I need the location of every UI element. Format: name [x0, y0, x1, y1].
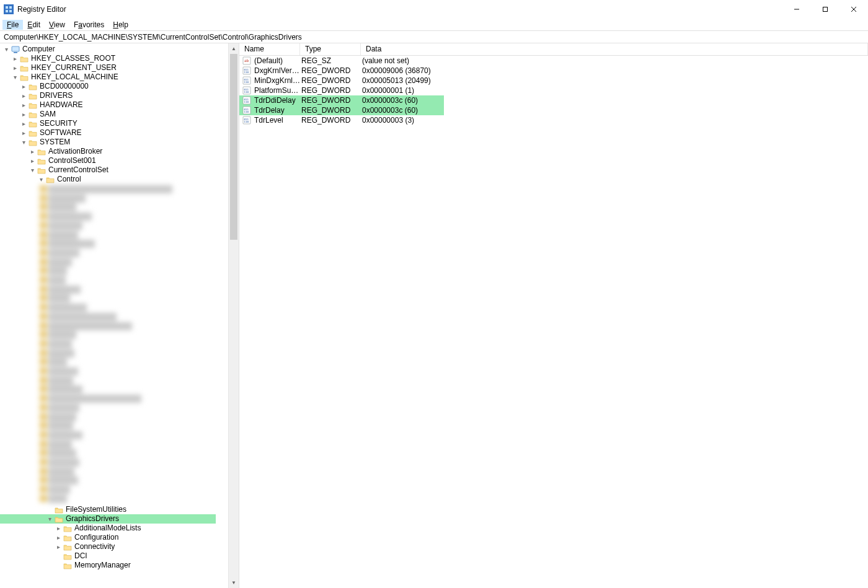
folder-icon: [37, 166, 46, 175]
menu-edit[interactable]: Edit: [23, 20, 45, 30]
chevron-right-icon[interactable]: ▸: [20, 111, 27, 118]
address-bar[interactable]: Computer\HKEY_LOCAL_MACHINE\SYSTEM\Curre…: [0, 31, 868, 43]
chevron-down-icon[interactable]: ▾: [20, 139, 27, 146]
menu-favorites[interactable]: Favorites: [69, 20, 108, 30]
tree-label: Connectivity: [74, 542, 118, 551]
chevron-down-icon[interactable]: ▾: [37, 176, 45, 183]
close-button[interactable]: [839, 0, 868, 19]
tree-node-graphicsdrivers[interactable]: ▾ GraphicsDrivers: [0, 514, 216, 524]
value-row[interactable]: TdrDelayREG_DWORD0x0000003c (60): [239, 105, 444, 115]
tree-node-hardware[interactable]: ▸ HARDWARE: [0, 100, 228, 110]
menu-help[interactable]: Help: [108, 20, 133, 30]
value-data: 0x0000003c (60): [362, 106, 444, 115]
value-name: TdrDelay: [254, 106, 301, 115]
chevron-down-icon[interactable]: ▾: [29, 167, 36, 174]
tree-node-hkcr[interactable]: ▸ HKEY_CLASSES_ROOT: [0, 54, 228, 63]
chevron-down-icon[interactable]: ▾: [11, 74, 19, 81]
column-data-header[interactable]: Data: [361, 43, 868, 55]
menu-file[interactable]: File: [2, 20, 23, 30]
scroll-down-icon[interactable]: ▼: [229, 577, 239, 588]
tree-node-filesystemutilities[interactable]: ▸ FileSystemUtilities: [0, 505, 228, 514]
tree-node-bcd[interactable]: ▸ BCD00000000: [0, 82, 228, 91]
tree-node-hkcu[interactable]: ▸ HKEY_CURRENT_USER: [0, 63, 228, 72]
tree-node-activationbroker[interactable]: ▸ ActivationBroker: [0, 147, 228, 156]
chevron-right-icon[interactable]: ▸: [20, 129, 27, 137]
folder-icon: [28, 120, 38, 128]
tree-node-controlset001[interactable]: ▸ ControlSet001: [0, 156, 228, 165]
value-row[interactable]: PlatformSupport...REG_DWORD0x00000001 (1…: [239, 86, 868, 95]
value-row[interactable]: TdrDdiDelayREG_DWORD0x0000003c (60): [239, 95, 444, 105]
tree-node-sam[interactable]: ▸ SAM: [0, 110, 228, 119]
value-type: REG_DWORD: [301, 76, 362, 85]
chevron-right-icon[interactable]: ▸: [55, 525, 62, 532]
values-body[interactable]: (Default)REG_SZ(value not set)DxgKrnlVer…: [239, 56, 868, 588]
tree-node-software[interactable]: ▸ SOFTWARE: [0, 128, 228, 138]
reg-dword-icon: [242, 66, 252, 75]
scroll-thumb[interactable]: [230, 54, 237, 240]
minimize-button[interactable]: [782, 0, 811, 19]
chevron-right-icon[interactable]: ▸: [20, 92, 27, 100]
chevron-right-icon[interactable]: ▸: [11, 64, 19, 72]
chevron-right-icon[interactable]: ▸: [29, 148, 36, 156]
tree-label: SOFTWARE: [40, 128, 86, 138]
folder-icon: [28, 110, 38, 119]
chevron-down-icon[interactable]: ▾: [2, 46, 10, 53]
value-row[interactable]: DxgKrnlVersionREG_DWORD0x00009006 (36870…: [239, 66, 868, 76]
value-type: REG_DWORD: [301, 86, 362, 95]
value-name: TdrLevel: [254, 116, 301, 125]
tree-label: GraphicsDrivers: [66, 514, 123, 524]
tree-label: DRIVERS: [40, 91, 76, 100]
value-name: TdrDdiDelay: [254, 96, 301, 105]
tree-label: Control: [57, 175, 85, 184]
tree-node-additionalmodelists[interactable]: ▸ AdditionalModeLists: [0, 524, 228, 533]
folder-icon: [63, 524, 73, 533]
computer-icon: [11, 45, 20, 54]
tree-label: SECURITY: [40, 119, 81, 128]
menubar: File Edit View Favorites Help: [0, 19, 868, 31]
tree-scrollbar[interactable]: ▲ ▼: [228, 43, 239, 588]
tree-node-dci[interactable]: ▸ DCI: [0, 551, 228, 561]
tree-node-memorymanager[interactable]: ▸ MemoryManager: [0, 561, 228, 570]
chevron-right-icon[interactable]: ▸: [55, 534, 62, 542]
scroll-up-icon[interactable]: ▲: [229, 43, 239, 54]
tree-label: HKEY_CLASSES_ROOT: [31, 54, 119, 63]
tree-label: MemoryManager: [74, 561, 135, 570]
column-type-header[interactable]: Type: [300, 43, 361, 55]
value-data: 0x00000003 (3): [362, 116, 868, 125]
tree-node-system[interactable]: ▾ SYSTEM: [0, 138, 228, 147]
tree-node-currentcontrolset[interactable]: ▾ CurrentControlSet: [0, 165, 228, 175]
tree-node-hklm[interactable]: ▾ HKEY_LOCAL_MACHINE: [0, 72, 228, 82]
tree-node-computer[interactable]: ▾ Computer: [0, 45, 228, 54]
value-row[interactable]: TdrLevelREG_DWORD0x00000003 (3): [239, 115, 868, 125]
chevron-right-icon[interactable]: ▸: [55, 543, 62, 551]
tree-label: SYSTEM: [40, 138, 74, 147]
value-data: (value not set): [362, 56, 868, 65]
tree-node-drivers[interactable]: ▸ DRIVERS: [0, 91, 228, 100]
column-name-header[interactable]: Name: [239, 43, 300, 55]
values-header: Name Type Data: [239, 43, 868, 56]
tree-node-security[interactable]: ▸ SECURITY: [0, 119, 228, 128]
value-row[interactable]: (Default)REG_SZ(value not set): [239, 56, 868, 66]
chevron-down-icon[interactable]: ▾: [46, 516, 53, 523]
value-type: REG_DWORD: [301, 66, 362, 75]
chevron-right-icon[interactable]: ▸: [29, 157, 36, 165]
reg-dword-icon: [242, 116, 252, 125]
menu-view[interactable]: View: [45, 20, 69, 30]
folder-icon: [37, 147, 46, 156]
tree-node-connectivity[interactable]: ▸ Connectivity: [0, 542, 228, 551]
tree-label: HKEY_CURRENT_USER: [31, 63, 120, 72]
values-panel: Name Type Data (Default)REG_SZ(value not…: [239, 43, 868, 588]
maximize-button[interactable]: [811, 0, 839, 19]
app-icon: [4, 4, 14, 14]
tree-node-control[interactable]: ▾ Control: [0, 175, 228, 184]
folder-icon: [54, 506, 64, 514]
chevron-right-icon[interactable]: ▸: [20, 120, 27, 128]
tree-node-configuration[interactable]: ▸ Configuration: [0, 533, 228, 542]
chevron-right-icon[interactable]: ▸: [11, 55, 19, 63]
chevron-right-icon[interactable]: ▸: [20, 83, 27, 90]
value-row[interactable]: MinDxgKrnlVersi...REG_DWORD0x00005013 (2…: [239, 76, 868, 86]
folder-icon: [28, 92, 38, 100]
chevron-right-icon[interactable]: ▸: [20, 102, 27, 109]
reg-sz-icon: [242, 56, 252, 65]
tree-scroll-area[interactable]: ▾ Computer ▸ HKEY_CLASSES_ROOT ▸ HKEY_CU…: [0, 43, 228, 588]
